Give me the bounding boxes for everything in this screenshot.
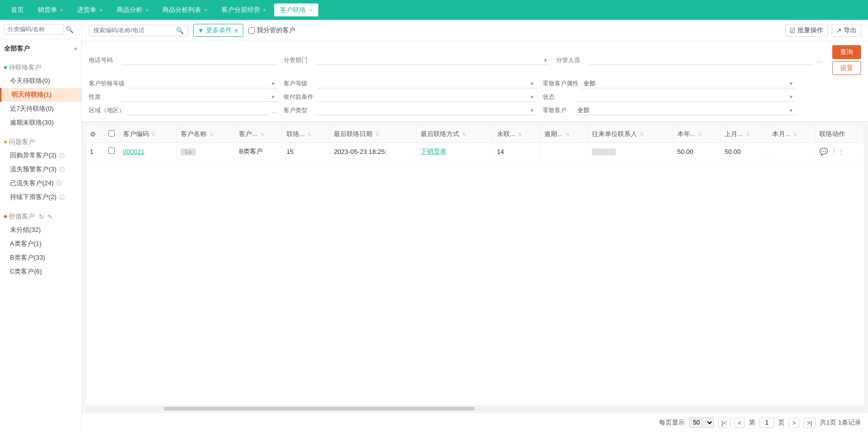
sidebar-all-customers[interactable]: 全部客户 « <box>0 42 81 55</box>
region-input[interactable] <box>128 106 269 115</box>
problem-dot <box>4 141 7 144</box>
set-button[interactable]: 设置 <box>832 61 861 75</box>
payment-filter: 收付款条件 ▼ <box>284 92 537 102</box>
contact-action-icon[interactable]: 💬 <box>819 147 828 155</box>
nav-product-analysis-list[interactable]: 商品分析列表 × <box>156 3 213 16</box>
page-number-input[interactable] <box>759 418 774 428</box>
price-level-select[interactable] <box>128 79 278 88</box>
sidebar-item-a[interactable]: A类客户(1) <box>0 237 81 251</box>
sidebar-item-b[interactable]: B类客户(33) <box>0 251 81 265</box>
sidebar-item-abnormal[interactable]: 回购异常客户(2) ⓘ <box>0 148 81 162</box>
nav-product-analysis[interactable]: 商品分析 × <box>111 3 154 16</box>
nav-customer-tier[interactable]: 客户分层经营 × <box>216 3 272 16</box>
page-size-select[interactable]: 50 100 200 <box>689 417 714 428</box>
last-page-button[interactable]: >| <box>803 418 816 428</box>
nav-product-analysis-close[interactable]: × <box>145 7 148 13</box>
col-last-date[interactable]: 最后联络日期 ⇅ <box>330 126 417 143</box>
select-all-checkbox[interactable] <box>108 130 115 137</box>
status-select[interactable] <box>576 92 796 102</box>
sidebar-collapse-icon[interactable]: « <box>74 45 77 52</box>
horizontal-scrollbar-thumb[interactable] <box>164 407 475 411</box>
col-cust-type[interactable]: 客户... ⇅ <box>235 126 282 143</box>
retail-cust-select[interactable]: 全部 <box>576 106 796 115</box>
nav-home[interactable]: 首页 <box>5 3 30 16</box>
value-edit-icon[interactable]: ✎ <box>47 213 53 220</box>
retail-attr-select[interactable]: 全部 <box>581 79 796 88</box>
nav-customer-contact-close[interactable]: × <box>309 7 312 13</box>
nav-purchase-label: 进货单 <box>77 5 96 14</box>
sidebar-all-section: 全部客户 « <box>0 39 81 58</box>
nav-product-analysis-label: 商品分析 <box>117 5 143 14</box>
sort-unit-contact-icon: ⇅ <box>640 132 644 137</box>
col-this-year[interactable]: 本年... ⇅ <box>673 126 720 143</box>
row-checkbox-input[interactable] <box>108 147 115 154</box>
filter-right-actions: ☑ 批量操作 ↗ 导出 <box>785 24 861 37</box>
my-customer-checkbox[interactable] <box>248 27 255 34</box>
last-method-link[interactable]: 下销货单 <box>421 147 446 155</box>
table-row: 1 000021 Ea B类客户 15 2023-05-23 18:25: 下销… <box>86 143 864 160</box>
cust-type-select[interactable] <box>316 106 537 115</box>
nav-purchase-close[interactable]: × <box>99 7 102 13</box>
col-unit-contact[interactable]: 往来单位联系人 ⇅ <box>587 126 673 143</box>
row-last-method: 下销货单 <box>416 143 493 160</box>
next-page-button[interactable]: > <box>789 418 799 428</box>
cust-level-select[interactable] <box>316 79 537 88</box>
first-page-button[interactable]: |< <box>718 418 730 428</box>
horizontal-scrollbar-track[interactable] <box>86 407 864 411</box>
sidebar-item-tomorrow[interactable]: 明天待联络(1) <box>0 88 81 102</box>
col-last-method[interactable]: 最后联络方式 ⇅ <box>416 126 493 143</box>
sidebar-item-lost[interactable]: 已流失客户(24) ⓘ <box>0 176 81 190</box>
filter-search-box: 🔍 <box>89 25 188 36</box>
prev-page-button[interactable]: < <box>734 418 745 428</box>
retail-attr-label: 零散客户属性 <box>543 79 579 88</box>
export-button[interactable]: ↗ 导出 <box>832 24 861 37</box>
col-last-month[interactable]: 上月... ⇅ <box>721 126 768 143</box>
sidebar-item-declining[interactable]: 持续下滑客户(2) ⓘ <box>0 190 81 204</box>
row-this-month <box>768 143 815 160</box>
page-label: 第 <box>749 418 755 427</box>
nature-select[interactable] <box>122 92 278 102</box>
sidebar-search-icon[interactable]: 🔍 <box>66 26 73 33</box>
sort-contact-count-icon: ⇅ <box>307 132 311 137</box>
nav-product-analysis-list-close[interactable]: × <box>204 7 207 13</box>
payment-select[interactable] <box>316 92 537 102</box>
sidebar-item-ungrouped[interactable]: 未分组(32) <box>0 223 81 237</box>
phone-input[interactable] <box>122 56 278 65</box>
customer-code-link[interactable]: 000021 <box>123 148 145 155</box>
col-this-month[interactable]: 本月... ⇅ <box>768 126 815 143</box>
sidebar-item-7days[interactable]: 近7天待联络(0) <box>0 102 81 116</box>
more-filter-label: 更多条件 <box>206 26 232 35</box>
nav-sales-close[interactable]: × <box>60 7 63 13</box>
sidebar-search-input[interactable] <box>4 24 64 35</box>
region-dots[interactable]: ... <box>272 107 278 115</box>
main-search-icon[interactable]: 🔍 <box>176 27 184 34</box>
row-this-year: 50.00 <box>673 143 720 160</box>
nav-sales[interactable]: 销货单 × <box>32 3 69 16</box>
col-code[interactable]: 客户编码 ⇅ <box>119 126 177 143</box>
more-action-icon[interactable]: ⋮⋮ <box>831 147 845 155</box>
main-search-input[interactable] <box>93 27 174 34</box>
col-name[interactable]: 客户名称 ⇅ <box>177 126 235 143</box>
col-checkbox <box>104 126 119 143</box>
sidebar-item-warning[interactable]: 流失预警客户(3) ⓘ <box>0 162 81 176</box>
retail-cust-select-wrapper: 全部 ▼ <box>576 106 796 115</box>
sidebar-item-today[interactable]: 今天待联络(0) <box>0 74 81 88</box>
nav-customer-tier-close[interactable]: × <box>263 7 266 13</box>
col-contact-count[interactable]: 联络... ⇅ <box>282 126 329 143</box>
nav-purchase[interactable]: 进货单 × <box>71 3 108 16</box>
col-overdue[interactable]: 逾期... ⇅ <box>540 126 587 143</box>
region-filter: 区域（地区） ... <box>89 106 278 115</box>
sidebar-all-label: 全部客户 <box>4 44 30 53</box>
dept-select[interactable] <box>316 56 550 65</box>
person-dots[interactable]: ... <box>816 56 822 64</box>
sidebar-item-c[interactable]: C类客户(6) <box>0 265 81 279</box>
col-settings[interactable]: ⚙ <box>86 126 104 143</box>
query-button[interactable]: 查询 <box>832 45 861 59</box>
value-refresh-icon[interactable]: ↻ <box>39 213 44 220</box>
person-input[interactable] <box>589 56 814 65</box>
more-filter-button[interactable]: ▼ 更多条件 ∧ <box>193 24 243 37</box>
col-uncontacted[interactable]: 未联... ⇅ <box>493 126 540 143</box>
nav-customer-contact[interactable]: 客户联络 × <box>274 3 318 16</box>
sidebar-item-overdue[interactable]: 逾期未联络(30) <box>0 116 81 130</box>
batch-op-button[interactable]: ☑ 批量操作 <box>785 24 828 37</box>
